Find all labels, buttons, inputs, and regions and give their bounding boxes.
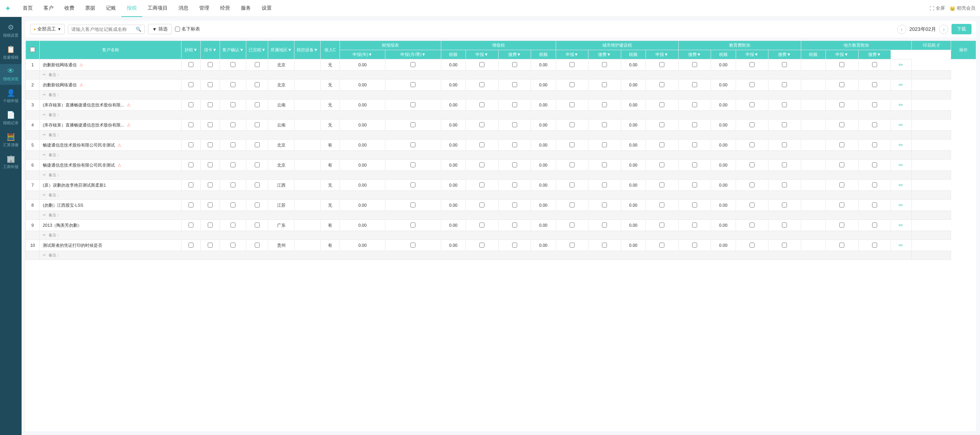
checkbox-label[interactable]: 名下标表 — [175, 26, 200, 32]
row-cs-缴费[interactable] — [588, 120, 621, 131]
row-jy-申报[interactable] — [646, 79, 679, 91]
zz-缴费-checkbox[interactable] — [512, 122, 517, 127]
confirm-checkbox[interactable] — [230, 82, 235, 87]
chaoshu-checkbox[interactable] — [188, 82, 193, 87]
row-annual-cb[interactable] — [385, 79, 441, 91]
row-yh-申报[interactable] — [826, 160, 859, 171]
row-zz-申报[interactable] — [466, 220, 498, 231]
row-edit-btn[interactable]: ✏ — [891, 59, 911, 71]
row-zz-缴费[interactable] — [498, 180, 531, 191]
row-qingka[interactable] — [201, 180, 220, 191]
row-df-申报[interactable] — [736, 79, 768, 91]
chaoshu-checkbox[interactable] — [188, 243, 193, 248]
download-button[interactable]: 下载 — [951, 24, 972, 34]
yh-申报-checkbox[interactable] — [839, 62, 844, 67]
employee-select[interactable]: ● 全部员工 ▼ — [30, 24, 65, 34]
df-缴费-checkbox[interactable] — [782, 243, 787, 248]
search-box[interactable]: 🔍 — [68, 25, 145, 34]
chaoshu-checkbox[interactable] — [188, 62, 193, 67]
row-yh-缴费[interactable] — [858, 79, 891, 91]
qingka-checkbox[interactable] — [208, 62, 213, 67]
row-edit-btn[interactable]: ✏ — [891, 220, 911, 231]
row-zz-缴费[interactable] — [498, 160, 531, 171]
row-jy-缴费[interactable] — [678, 200, 711, 211]
row-jy-申报[interactable] — [646, 59, 679, 71]
nav-customer[interactable]: 客户 — [38, 0, 59, 17]
row-confirm[interactable] — [220, 79, 246, 91]
zz-申报-checkbox[interactable] — [479, 82, 484, 87]
qingka-checkbox[interactable] — [208, 162, 213, 167]
row-yh-申报[interactable] — [826, 79, 859, 91]
row-zz-缴费[interactable] — [498, 59, 531, 71]
cs-申报-checkbox[interactable] — [570, 202, 575, 207]
row-cs-申报[interactable] — [556, 59, 588, 71]
row-edit-btn[interactable]: ✏ — [891, 140, 911, 151]
chaoshu-checkbox[interactable] — [188, 162, 193, 167]
row-wanshou[interactable] — [246, 220, 268, 231]
row-qingka[interactable] — [201, 79, 220, 91]
row-yh-缴费[interactable] — [858, 140, 891, 151]
row-qingka[interactable] — [201, 160, 220, 171]
row-cs-申报[interactable] — [556, 120, 588, 131]
zz-缴费-checkbox[interactable] — [512, 243, 517, 248]
row-chaoshu[interactable] — [182, 220, 201, 231]
jy-申报-checkbox[interactable] — [659, 122, 664, 127]
row-yh-申报[interactable] — [826, 59, 859, 71]
row-df-申报[interactable] — [736, 240, 768, 251]
row-wanshou[interactable] — [246, 79, 268, 91]
yh-缴费-checkbox[interactable] — [872, 62, 877, 67]
row-yh-申报[interactable] — [826, 120, 859, 131]
confirm-checkbox[interactable] — [230, 162, 235, 167]
row-df-缴费[interactable] — [768, 79, 801, 91]
row-zz-申报[interactable] — [466, 180, 498, 191]
row-annual-cb[interactable] — [385, 120, 441, 131]
qingka-checkbox[interactable] — [208, 142, 213, 147]
edit-button[interactable]: ✏ — [898, 141, 904, 149]
row-qingka[interactable] — [201, 220, 220, 231]
row-yh-缴费[interactable] — [858, 160, 891, 171]
jy-申报-checkbox[interactable] — [659, 162, 664, 167]
row-qingka[interactable] — [201, 140, 220, 151]
row-zz-缴费[interactable] — [498, 220, 531, 231]
edit-button[interactable]: ✏ — [898, 221, 904, 229]
row-df-缴费[interactable] — [768, 99, 801, 111]
row-wanshou[interactable] — [246, 59, 268, 71]
cs-申报-checkbox[interactable] — [570, 243, 575, 248]
zz-申报-checkbox[interactable] — [479, 223, 484, 228]
row-df-申报[interactable] — [736, 120, 768, 131]
row-jy-缴费[interactable] — [678, 160, 711, 171]
select-all-checkbox[interactable] — [30, 47, 35, 52]
yh-缴费-checkbox[interactable] — [872, 243, 877, 248]
cs-申报-checkbox[interactable] — [570, 62, 575, 67]
row-df-缴费[interactable] — [768, 59, 801, 71]
df-申报-checkbox[interactable] — [750, 82, 755, 87]
row-yh-申报[interactable] — [826, 180, 859, 191]
chaoshu-checkbox[interactable] — [188, 102, 193, 107]
row-confirm[interactable] — [220, 220, 246, 231]
nav-fee[interactable]: 收费 — [59, 0, 80, 17]
row-cs-申报[interactable] — [556, 79, 588, 91]
row-zz-缴费[interactable] — [498, 120, 531, 131]
df-申报-checkbox[interactable] — [750, 223, 755, 228]
row-zz-缴费[interactable] — [498, 140, 531, 151]
qingka-checkbox[interactable] — [208, 243, 213, 248]
row-annual-cb[interactable] — [385, 200, 441, 211]
jy-申报-checkbox[interactable] — [659, 62, 664, 67]
row-edit-btn[interactable]: ✏ — [891, 160, 911, 171]
row-annual-cb[interactable] — [385, 160, 441, 171]
annual-checkbox[interactable] — [410, 243, 415, 248]
row-edit-btn[interactable]: ✏ — [891, 120, 911, 131]
annual-checkbox[interactable] — [410, 202, 415, 207]
zz-缴费-checkbox[interactable] — [512, 102, 517, 107]
row-df-缴费[interactable] — [768, 180, 801, 191]
row-zz-申报[interactable] — [466, 240, 498, 251]
cs-缴费-checkbox[interactable] — [602, 182, 607, 187]
cs-缴费-checkbox[interactable] — [602, 202, 607, 207]
wanshou-checkbox[interactable] — [255, 162, 260, 167]
annual-checkbox[interactable] — [410, 62, 415, 67]
df-缴费-checkbox[interactable] — [782, 142, 787, 147]
row-edit-btn[interactable]: ✏ — [891, 200, 911, 211]
row-zz-申报[interactable] — [466, 200, 498, 211]
row-cs-申报[interactable] — [556, 200, 588, 211]
wanshou-checkbox[interactable] — [255, 223, 260, 228]
